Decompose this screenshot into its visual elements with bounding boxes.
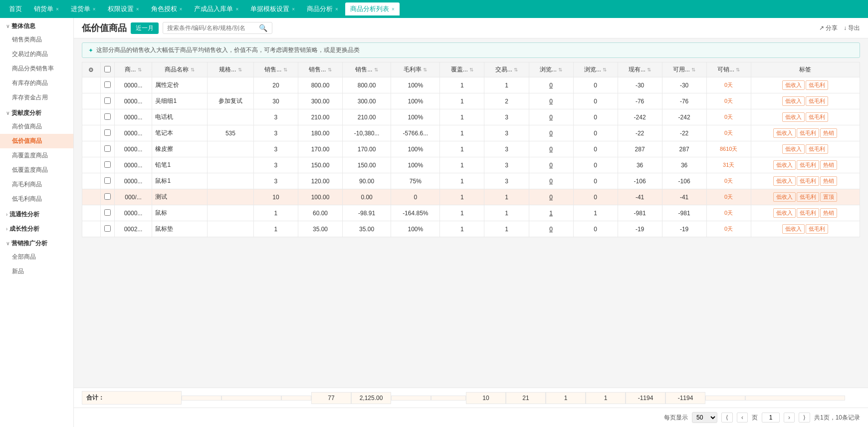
views1-link[interactable]: 0 [549,146,553,153]
col-checkbox-cell[interactable] [100,189,114,205]
col-spec-cell [207,173,253,189]
col-settings[interactable]: ⚙ [82,62,101,77]
sidebar-item-category-rate[interactable]: 商品分类销售率 [0,61,73,76]
col-views1-cell[interactable]: 0 [529,189,573,205]
sidebar-item-low-value[interactable]: 低价值商品 [0,134,73,148]
col-salesqty-cell: 3 [253,141,298,157]
views1-link[interactable]: 0 [549,130,553,137]
sidebar-item-sales-products[interactable]: 销售类商品 [0,32,73,47]
col-views1-cell[interactable]: 0 [529,77,573,93]
col-coverage-cell: 1 [440,109,484,125]
nav-analysis-list[interactable]: 商品分析列表 × [345,2,400,15]
sidebar-item-stock-value[interactable]: 库存资金占用 [0,90,73,105]
col-views1-cell[interactable]: 0 [529,141,573,157]
col-checkbox-cell[interactable] [100,157,114,173]
prev-page-button[interactable]: ‹ [737,413,748,423]
last-page-button[interactable]: ⟩ [799,413,810,423]
views1-link[interactable]: 0 [549,226,553,233]
total-empty6 [705,396,745,401]
col-checkbox-cell[interactable] [100,221,114,237]
nav-role-auth[interactable]: 角色授权 × [146,2,188,15]
search-input[interactable] [167,24,257,31]
row-checkbox[interactable] [104,161,111,168]
row-checkbox[interactable] [104,193,111,200]
nav-product-analysis[interactable]: 商品分析 × [302,2,343,15]
time-filter-button[interactable]: 近一月 [131,22,159,34]
nav-sales[interactable]: 销货单 × [29,2,64,15]
col-settings-cell [82,157,101,173]
col-checkbox-cell[interactable] [100,77,114,93]
row-checkbox[interactable] [104,97,111,104]
col-checkbox-cell[interactable] [100,141,114,157]
info-icon: ✦ [88,47,93,54]
collapse-growth-icon[interactable]: › [6,226,7,232]
nav-purchase[interactable]: 进货单 × [66,2,101,15]
sidebar-group-contribution[interactable]: ∨ 贡献度分析 [0,105,73,119]
col-views1-cell[interactable]: 1 [529,205,573,221]
col-checkbox[interactable] [100,62,114,77]
first-page-button[interactable]: ⟨ [721,413,733,423]
per-page-select[interactable]: 50 100 200 [692,412,717,423]
views1-link[interactable]: 0 [549,114,553,121]
nav-home[interactable]: 首页 [4,2,27,15]
sidebar-item-all-products[interactable]: 全部商品 [0,250,73,264]
page-input[interactable] [762,413,780,423]
col-available-cell: 287 [662,141,706,157]
sidebar-group-circulation[interactable]: › 流通性分析 [0,206,73,221]
col-name-cell: 属性定价 [152,77,207,93]
col-checkbox-cell[interactable] [100,125,114,141]
sidebar-item-low-coverage[interactable]: 低覆盖度商品 [0,163,73,177]
nav-template-settings[interactable]: 单据模板设置 × [245,2,300,15]
col-checkbox-cell[interactable] [100,109,114,125]
col-views1-cell[interactable]: 0 [529,109,573,125]
col-views1-cell[interactable]: 0 [529,157,573,173]
col-tags-cell: 低收入低毛利 [751,77,860,93]
collapse-contribution-icon[interactable]: ∨ [6,110,9,116]
sidebar-item-high-coverage[interactable]: 高覆盖度商品 [0,148,73,163]
row-checkbox[interactable] [104,129,111,136]
sidebar-item-traded-products[interactable]: 交易过的商品 [0,47,73,61]
sidebar-item-new-products[interactable]: 新品 [0,264,73,279]
views1-link[interactable]: 0 [549,82,553,89]
sidebar-item-high-margin[interactable]: 高毛利商品 [0,177,73,192]
col-checkbox-cell[interactable] [100,205,114,221]
sidebar-item-high-value[interactable]: 高价值商品 [0,119,73,134]
sidebar-group-marketing[interactable]: ∨ 营销推广分析 [0,235,73,250]
col-views1-cell[interactable]: 0 [529,221,573,237]
views1-link[interactable]: 0 [549,162,553,169]
row-checkbox[interactable] [104,177,111,184]
col-spec: 规格... ⇅ [207,62,253,77]
views1-link[interactable]: 0 [549,194,553,201]
export-button[interactable]: ↓ 导出 [844,24,860,32]
col-checkbox-cell[interactable] [100,173,114,189]
views1-link[interactable]: 0 [549,178,553,185]
row-checkbox[interactable] [104,145,111,152]
row-checkbox[interactable] [104,209,111,216]
col-views1-cell[interactable]: 0 [529,93,573,109]
row-checkbox[interactable] [104,81,111,88]
col-stock-cell: -76 [618,93,662,109]
table-row: 0000... 吴细细1 参加复试 30 300.00 300.00 100% … [82,93,860,109]
collapse-circulation-icon[interactable]: › [6,212,7,217]
col-checkbox-cell[interactable] [100,93,114,109]
sidebar-group-growth[interactable]: › 成长性分析 [0,221,73,235]
select-all-checkbox[interactable] [104,66,111,72]
collapse-marketing-icon[interactable]: ∨ [6,241,9,246]
share-button[interactable]: ↗ 分享 [819,24,838,32]
nav-product-storage[interactable]: 产成品入库单 × [189,2,243,15]
col-views1-cell[interactable]: 0 [529,125,573,141]
collapse-overview-icon[interactable]: ∨ [6,23,9,29]
nav-permissions[interactable]: 权限设置 × [103,2,144,15]
col-margin: 毛利率 ⇅ [391,62,440,77]
search-icon[interactable]: 🔍 [259,24,267,32]
row-checkbox[interactable] [104,113,111,120]
sidebar-item-stock-products[interactable]: 有库存的商品 [0,76,73,90]
views1-link[interactable]: 0 [549,98,553,105]
table-container[interactable]: ⚙ 商... ⇅ 商品名称 ⇅ 规格... ⇅ 销售... ⇅ 销售... ⇅ … [74,62,868,388]
col-views1-cell[interactable]: 0 [529,173,573,189]
sidebar-group-overview[interactable]: ∨ 整体信息 [0,18,73,32]
row-checkbox[interactable] [104,225,111,232]
sidebar-item-low-margin[interactable]: 低毛利商品 [0,192,73,206]
views1-link[interactable]: 1 [549,210,553,217]
next-page-button[interactable]: › [784,413,795,423]
